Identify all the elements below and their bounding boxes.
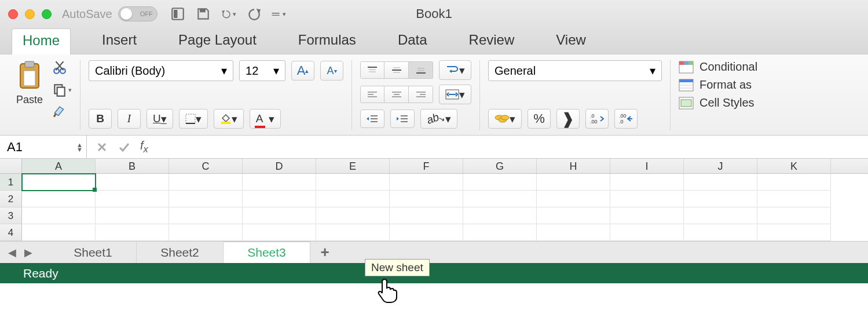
grow-font-button[interactable]: A▴ [291, 61, 314, 81]
cell-B2[interactable] [96, 191, 169, 207]
bold-button[interactable]: B [89, 109, 112, 129]
cell-J4[interactable] [684, 224, 757, 241]
cell-F4[interactable] [390, 224, 463, 241]
cell-K2[interactable] [757, 191, 831, 207]
copy-icon[interactable]: ▾ [52, 82, 72, 97]
new-sheet-button[interactable]: + [310, 243, 339, 261]
comma-button[interactable]: ❱ [556, 109, 580, 129]
cell-H1[interactable] [537, 174, 610, 191]
cell-F2[interactable] [390, 191, 463, 207]
decrease-decimal-button[interactable]: .00.0 [614, 109, 638, 129]
increase-indent-button[interactable] [390, 109, 415, 128]
cell-I2[interactable] [610, 191, 684, 207]
underline-button[interactable]: U ▾ [147, 109, 173, 129]
col-header-J[interactable]: J [684, 159, 757, 173]
font-size-dropdown[interactable]: 12▾ [239, 60, 285, 81]
row-header-3[interactable]: 3 [0, 207, 22, 224]
shrink-font-button[interactable]: A▾ [320, 61, 343, 81]
cell-G4[interactable] [463, 224, 537, 241]
name-box[interactable]: A1 ▲▼ [0, 136, 87, 158]
col-header-C[interactable]: C [169, 159, 243, 173]
cell-E1[interactable] [316, 174, 390, 191]
cell-A4[interactable] [22, 224, 96, 241]
conditional-formatting-button[interactable]: Conditional [679, 60, 757, 74]
sheet-tab-2[interactable]: Sheet2 [137, 242, 224, 263]
cell-G2[interactable] [463, 191, 537, 207]
col-header-B[interactable]: B [96, 159, 169, 173]
save-icon[interactable] [196, 6, 211, 21]
sheet-tab-1[interactable]: Sheet1 [50, 242, 137, 263]
align-right-button[interactable] [409, 86, 433, 103]
tab-insert[interactable]: Insert [91, 28, 147, 54]
tab-page-layout[interactable]: Page Layout [168, 28, 267, 54]
cell-I3[interactable] [610, 207, 684, 224]
cell-H2[interactable] [537, 191, 610, 207]
align-center-button[interactable] [384, 86, 409, 103]
cell-B1[interactable] [96, 174, 169, 191]
col-header-G[interactable]: G [463, 159, 537, 173]
cell-G1[interactable] [463, 174, 537, 191]
minimize-window-button[interactable] [25, 9, 35, 19]
redo-button[interactable] [247, 6, 262, 21]
percent-button[interactable]: % [528, 109, 551, 129]
font-color-button[interactable]: A▾ [250, 109, 281, 129]
cell-K1[interactable] [757, 174, 831, 191]
close-window-button[interactable] [8, 9, 18, 19]
sheet-nav-prev-icon[interactable]: ◀ [8, 246, 16, 259]
tab-view[interactable]: View [545, 28, 596, 54]
italic-button[interactable]: I [118, 109, 141, 129]
name-box-stepper[interactable]: ▲▼ [76, 143, 83, 152]
cell-D1[interactable] [243, 174, 316, 191]
cell-B4[interactable] [96, 224, 169, 241]
tab-formulas[interactable]: Formulas [288, 28, 367, 54]
align-bottom-button[interactable] [409, 61, 433, 79]
paste-label[interactable]: Paste [16, 94, 43, 106]
cell-A2[interactable] [22, 191, 96, 207]
cell-E4[interactable] [316, 224, 390, 241]
cell-G3[interactable] [463, 207, 537, 224]
format-painter-icon[interactable] [52, 104, 67, 119]
cell-E3[interactable] [316, 207, 390, 224]
col-header-H[interactable]: H [537, 159, 610, 173]
fill-color-button[interactable]: ▾ [214, 109, 244, 129]
cell-K4[interactable] [757, 224, 831, 241]
align-top-button[interactable] [360, 61, 384, 79]
cut-icon[interactable] [52, 60, 67, 75]
cell-C3[interactable] [169, 207, 243, 224]
tab-data[interactable]: Data [387, 28, 438, 54]
cell-J3[interactable] [684, 207, 757, 224]
col-header-K[interactable]: K [757, 159, 831, 173]
cell-A3[interactable] [22, 207, 96, 224]
tab-review[interactable]: Review [459, 28, 525, 54]
col-header-E[interactable]: E [316, 159, 390, 173]
tab-home[interactable]: Home [12, 28, 71, 54]
col-header-D[interactable]: D [243, 159, 316, 173]
cell-F3[interactable] [390, 207, 463, 224]
row-header-1[interactable]: 1 [0, 174, 22, 191]
undo-button[interactable]: ▾ [221, 6, 236, 21]
merge-button[interactable]: ▾ [439, 85, 471, 104]
cell-D4[interactable] [243, 224, 316, 241]
cell-D2[interactable] [243, 191, 316, 207]
increase-decimal-button[interactable]: .0.00 [585, 109, 609, 129]
format-as-table-button[interactable]: Format as [679, 78, 757, 92]
cell-styles-button[interactable]: Cell Styles [679, 96, 757, 109]
cell-H4[interactable] [537, 224, 610, 241]
row-header-2[interactable]: 2 [0, 191, 22, 207]
qat-customize-icon[interactable]: ═▾ [272, 6, 287, 21]
cell-B3[interactable] [96, 207, 169, 224]
align-middle-button[interactable] [384, 61, 409, 79]
align-left-button[interactable] [360, 86, 384, 103]
borders-button[interactable]: ▾ [179, 109, 208, 129]
insert-function-button[interactable]: fx [140, 139, 148, 155]
cell-D3[interactable] [243, 207, 316, 224]
autosave-control[interactable]: AutoSave OFF [62, 6, 158, 21]
font-name-dropdown[interactable]: Calibri (Body)▾ [89, 60, 233, 81]
cell-C2[interactable] [169, 191, 243, 207]
accept-formula-icon[interactable] [118, 141, 130, 153]
formula-input[interactable] [158, 136, 868, 158]
currency-button[interactable]: ▾ [488, 109, 522, 129]
row-header-4[interactable]: 4 [0, 224, 22, 241]
maximize-window-button[interactable] [42, 9, 52, 19]
cell-C1[interactable] [169, 174, 243, 191]
